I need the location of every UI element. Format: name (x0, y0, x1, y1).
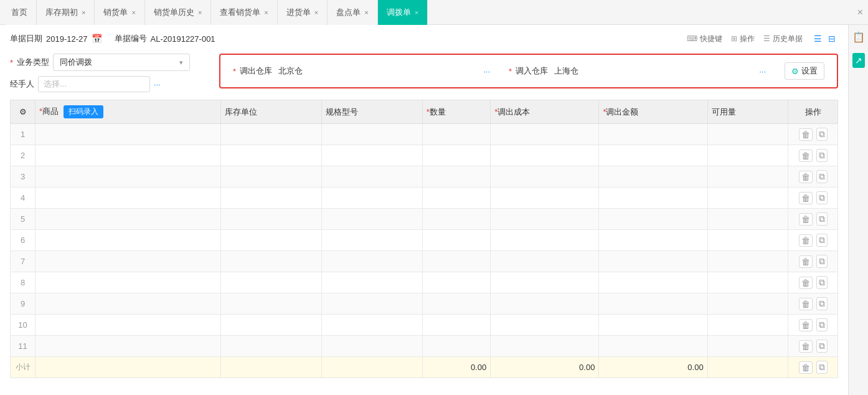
row-product-3[interactable] (35, 166, 221, 188)
copy-icon-5[interactable]: ⧉ (816, 212, 828, 226)
row-available-10[interactable] (707, 315, 788, 336)
row-qty-10[interactable] (422, 315, 491, 336)
row-cost-10[interactable] (491, 315, 599, 336)
row-spec-6[interactable] (322, 230, 423, 251)
row-amount-11[interactable] (599, 336, 707, 357)
row-unit-5[interactable] (221, 209, 322, 230)
row-spec-8[interactable] (322, 272, 423, 293)
row-cost-2[interactable] (491, 145, 599, 166)
row-available-4[interactable] (707, 188, 788, 209)
row-product-6[interactable] (35, 230, 221, 251)
row-qty-6[interactable] (422, 230, 491, 251)
layout-grid-btn[interactable]: ⊟ (826, 32, 838, 45)
tab-purchase-close[interactable]: × (314, 9, 318, 16)
row-available-7[interactable] (707, 251, 788, 272)
row-unit-2[interactable] (221, 145, 322, 166)
row-qty-4[interactable] (422, 188, 491, 209)
tab-sales-history[interactable]: 销货单历史 × (145, 0, 211, 25)
row-amount-7[interactable] (599, 251, 707, 272)
row-amount-5[interactable] (599, 209, 707, 230)
row-product-10[interactable] (35, 315, 221, 336)
delete-icon-9[interactable]: 🗑 (799, 298, 813, 310)
row-amount-2[interactable] (599, 145, 707, 166)
row-spec-10[interactable] (322, 315, 423, 336)
row-qty-11[interactable] (422, 336, 491, 357)
row-available-8[interactable] (707, 272, 788, 293)
delete-icon-6[interactable]: 🗑 (799, 234, 813, 247)
calendar-icon[interactable]: 📅 (92, 34, 102, 44)
tab-view-sales-close[interactable]: × (264, 9, 268, 16)
tab-inventory-init-close[interactable]: × (82, 9, 85, 16)
sidebar-doc-icon[interactable]: 📋 (852, 31, 865, 43)
copy-icon-3[interactable]: ⧉ (816, 170, 828, 183)
row-amount-1[interactable] (599, 124, 707, 145)
row-unit-9[interactable] (221, 293, 322, 315)
delete-icon-3[interactable]: 🗑 (799, 171, 813, 183)
copy-icon-7[interactable]: ⧉ (816, 255, 828, 268)
row-amount-9[interactable] (599, 293, 707, 315)
tab-stocktake[interactable]: 盘点单 × (328, 0, 377, 25)
delete-icon-5[interactable]: 🗑 (799, 213, 813, 226)
copy-icon-11[interactable]: ⧉ (816, 340, 828, 353)
copy-icon-6[interactable]: ⧉ (816, 234, 828, 247)
tab-view-sales[interactable]: 查看销货单 × (211, 0, 277, 25)
row-cost-1[interactable] (491, 124, 599, 145)
tab-home[interactable]: 首页 (5, 0, 37, 25)
row-unit-7[interactable] (221, 251, 322, 272)
delete-icon-10[interactable]: 🗑 (799, 319, 813, 331)
handler-ellipsis-btn[interactable]: ··· (154, 80, 161, 89)
row-spec-3[interactable] (322, 166, 423, 188)
row-amount-6[interactable] (599, 230, 707, 251)
row-unit-11[interactable] (221, 336, 322, 357)
row-unit-8[interactable] (221, 272, 322, 293)
copy-icon-10[interactable]: ⧉ (816, 318, 828, 331)
row-qty-5[interactable] (422, 209, 491, 230)
row-cost-3[interactable] (491, 166, 599, 188)
window-close-button[interactable]: × (857, 7, 863, 18)
row-available-5[interactable] (707, 209, 788, 230)
row-amount-4[interactable] (599, 188, 707, 209)
delete-icon-7[interactable]: 🗑 (799, 255, 813, 268)
row-qty-1[interactable] (422, 124, 491, 145)
row-available-11[interactable] (707, 336, 788, 357)
subtotal-delete-icon[interactable]: 🗑 (799, 361, 813, 374)
row-qty-8[interactable] (422, 272, 491, 293)
row-spec-1[interactable] (322, 124, 423, 145)
row-unit-10[interactable] (221, 315, 322, 336)
row-unit-1[interactable] (221, 124, 322, 145)
copy-icon-8[interactable]: ⧉ (816, 276, 828, 289)
tab-sales-order[interactable]: 销货单 × (95, 0, 144, 25)
delete-icon-2[interactable]: 🗑 (799, 150, 813, 162)
row-product-1[interactable] (35, 124, 221, 145)
delete-icon-8[interactable]: 🗑 (799, 277, 813, 289)
row-product-2[interactable] (35, 145, 221, 166)
row-product-8[interactable] (35, 272, 221, 293)
row-amount-10[interactable] (599, 315, 707, 336)
row-product-5[interactable] (35, 209, 221, 230)
row-spec-11[interactable] (322, 336, 423, 357)
row-cost-6[interactable] (491, 230, 599, 251)
row-unit-3[interactable] (221, 166, 322, 188)
row-cost-8[interactable] (491, 272, 599, 293)
row-available-3[interactable] (707, 166, 788, 188)
row-spec-5[interactable] (322, 209, 423, 230)
sidebar-export-icon[interactable]: ↗ (852, 53, 865, 68)
tab-transfer[interactable]: 调拨单 × (378, 0, 428, 25)
row-product-9[interactable] (35, 293, 221, 315)
shortcuts-btn[interactable]: ⌨ 快捷键 (687, 34, 722, 44)
layout-list-btn[interactable]: ☰ (811, 32, 824, 45)
business-type-select[interactable]: 同价调拨 ▾ (53, 54, 190, 71)
delete-icon-1[interactable]: 🗑 (799, 128, 813, 141)
row-qty-2[interactable] (422, 145, 491, 166)
copy-icon-4[interactable]: ⧉ (816, 191, 828, 204)
operations-btn[interactable]: ⊞ 操作 (731, 34, 755, 44)
delete-icon-4[interactable]: 🗑 (799, 192, 813, 204)
row-product-7[interactable] (35, 251, 221, 272)
row-cost-4[interactable] (491, 188, 599, 209)
row-cost-9[interactable] (491, 293, 599, 315)
row-amount-8[interactable] (599, 272, 707, 293)
row-cost-11[interactable] (491, 336, 599, 357)
tab-inventory-init[interactable]: 库存期初 × (37, 0, 95, 25)
copy-icon-2[interactable]: ⧉ (816, 149, 828, 162)
row-available-2[interactable] (707, 145, 788, 166)
